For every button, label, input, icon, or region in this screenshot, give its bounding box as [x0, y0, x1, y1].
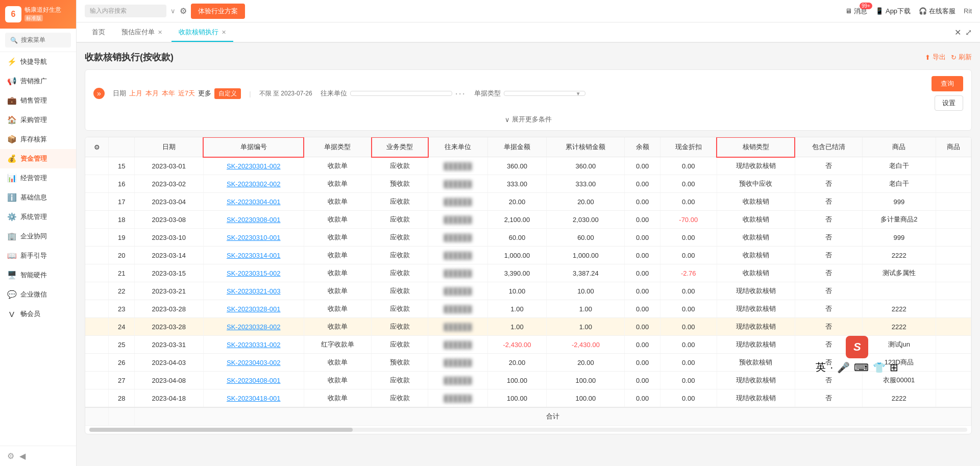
voucher-no-cell[interactable]: SK-20230403-002 [203, 354, 304, 372]
refresh-icon: ↻ [951, 54, 957, 61]
tab-collection[interactable]: 收款核销执行 ✕ [172, 23, 233, 42]
voucher-no-cell[interactable]: SK-20230331-002 [203, 336, 304, 354]
voucher-no-cell[interactable]: SK-20230321-003 [203, 282, 304, 300]
sidebar-item-basic[interactable]: ℹ️ 基础信息 [0, 188, 76, 207]
table-cell: 60.00 [487, 229, 547, 247]
table-cell: 10.00 [487, 282, 547, 300]
chinese-icon[interactable]: 英 [816, 360, 826, 374]
solution-button[interactable]: 体验行业方案 [191, 4, 245, 19]
mic-icon[interactable]: 🎤 [837, 361, 850, 374]
date-option-more[interactable]: 更多 [198, 89, 211, 98]
table-cell: 0.00 [625, 282, 660, 300]
tab-home[interactable]: 首页 [85, 23, 112, 42]
table-cell: 100.00 [547, 372, 625, 389]
partner-input[interactable] [350, 91, 452, 96]
table-cell: ██████ [428, 264, 487, 282]
voucher-no-cell[interactable]: SK-20230308-001 [203, 211, 304, 229]
export-button[interactable]: ⬆ 导出 [925, 53, 946, 62]
query-button[interactable]: 查询 [932, 76, 963, 91]
sidebar-item-marketing[interactable]: 📢 营销推广 [0, 71, 76, 91]
table-cell [936, 247, 971, 264]
sidebar-item-operations[interactable]: 📊 经营管理 [0, 168, 76, 188]
close-all-icon[interactable]: ✕ [954, 28, 961, 37]
app-download-button[interactable]: 📱 App下载 [875, 7, 911, 16]
table-cell: 0.00 [660, 229, 717, 247]
inventory-icon: 📦 [7, 135, 16, 144]
table-cell: 100.00 [487, 372, 547, 389]
table-cell: -2,430.00 [547, 336, 625, 354]
expand-icon[interactable]: ⤢ [965, 28, 972, 37]
voucher-no-cell[interactable]: SK-20230314-001 [203, 247, 304, 264]
table-row: 282023-04-18SK-20230418-001收款单应收款██████1… [85, 389, 971, 408]
total-label: 合计 [135, 407, 971, 426]
message-button[interactable]: 🖥 消息 99+ [845, 7, 867, 16]
filter-date-field: 日期 上月 本月 本年 近7天 更多 自定义 [113, 88, 241, 99]
column-settings-icon[interactable]: ⚙ [94, 143, 100, 151]
filter-toggle-button[interactable]: » [93, 88, 105, 99]
voucher-no-cell[interactable]: SK-20230408-001 [203, 372, 304, 389]
sidebar-item-guide[interactable]: 📖 新手引导 [0, 246, 76, 265]
select-arrow-icon: ▼ [576, 91, 581, 96]
refresh-button[interactable]: ↻ 刷新 [951, 53, 972, 62]
sidebar-item-sales[interactable]: 💼 销售管理 [0, 91, 76, 110]
table-cell [85, 229, 109, 247]
voucher-no-cell[interactable]: SK-20230310-001 [203, 229, 304, 247]
tab-close-collection[interactable]: ✕ [222, 29, 226, 36]
export-icon: ⬆ [925, 54, 930, 61]
date-custom-button[interactable]: 自定义 [214, 88, 241, 99]
table-scrollbar-thumb[interactable] [89, 428, 353, 432]
table-cell: 收款单 [304, 229, 371, 247]
sidebar-item-purchase[interactable]: 🏠 采购管理 [0, 110, 76, 130]
voucher-no-cell[interactable]: SK-20230302-002 [203, 175, 304, 193]
tab-close-prepay[interactable]: ✕ [158, 29, 162, 36]
table-cell [936, 354, 971, 372]
col-gear-header[interactable]: ⚙ [85, 137, 109, 157]
tab-prepay[interactable]: 预估应付单 ✕ [114, 23, 169, 42]
footer-collapse-icon[interactable]: ◀ [19, 451, 26, 461]
date-option-prev-month[interactable]: 上月 [129, 89, 142, 98]
voucher-no-cell[interactable]: SK-20230304-001 [203, 193, 304, 211]
online-service-button[interactable]: 🎧 在线客服 [919, 7, 955, 16]
shirt-icon[interactable]: 👕 [873, 361, 886, 374]
sidebar-item-wechat[interactable]: 💬 企业微信 [0, 285, 76, 304]
date-option-cur-year[interactable]: 本年 [162, 89, 175, 98]
table-cell: 2023-03-04 [135, 193, 203, 211]
voucher-no-cell[interactable]: SK-20230315-002 [203, 264, 304, 282]
finance-icon: 💰 [7, 154, 16, 163]
marketing-icon: 📢 [7, 77, 16, 86]
sidebar-item-enterprise[interactable]: 🏢 企业协同 [0, 227, 76, 246]
search-menu-button[interactable]: 🔍 搜索菜单 [5, 33, 71, 47]
voucher-type-select[interactable]: ▼ [504, 91, 585, 96]
voucher-no-cell[interactable]: SK-20230328-001 [203, 300, 304, 318]
date-option-7days[interactable]: 近7天 [178, 89, 195, 98]
sidebar-item-quick[interactable]: ⚡ 快捷导航 [0, 52, 76, 71]
keyboard-icon[interactable]: ⌨ [854, 361, 869, 374]
table-row: 172023-03-04SK-20230304-001收款单应收款██████2… [85, 193, 971, 211]
voucher-no-cell[interactable]: SK-20230301-002 [203, 157, 304, 175]
biz-type-cell: 应收款 [372, 247, 428, 264]
voucher-no-cell[interactable]: SK-20230418-001 [203, 389, 304, 408]
table-scrollbar[interactable] [89, 428, 967, 432]
verify-type-cell: 现结收款核销 [717, 336, 795, 354]
table-cell: 0.00 [625, 264, 660, 282]
gear-icon[interactable]: ⚙ [180, 6, 187, 16]
sidebar-item-system[interactable]: ⚙️ 系统管理 [0, 207, 76, 227]
table-cell [85, 336, 109, 354]
search-input[interactable]: 输入内容搜索 [85, 5, 166, 17]
filter-expand-button[interactable]: ∨ 展开更多条件 [505, 115, 552, 124]
table-cell: 1.00 [547, 300, 625, 318]
sidebar-item-inventory[interactable]: 📦 库存核算 [0, 130, 76, 149]
voucher-no-cell[interactable]: SK-20230328-002 [203, 318, 304, 336]
sidebar: 6 畅康道好生意 标准版 🔍 搜索菜单 ⚡ 快捷导航 📢 营销推广 💼 销售管理… [0, 0, 77, 466]
table-cell: 2023-03-28 [135, 300, 203, 318]
grid-icon[interactable]: ⊞ [890, 361, 898, 374]
table-row: 242023-03-28SK-20230328-002收款单应收款██████1… [85, 318, 971, 336]
date-option-cur-month[interactable]: 本月 [145, 89, 159, 98]
sidebar-item-finance[interactable]: 💰 资金管理 [0, 149, 76, 168]
footer-settings-icon[interactable]: ⚙ [7, 451, 14, 461]
table-cell: ██████ [428, 247, 487, 264]
sidebar-item-member[interactable]: V 畅会员 [0, 304, 76, 324]
filter-settings-button[interactable]: 设置 [935, 95, 963, 111]
sidebar-item-hardware[interactable]: 🖥️ 智能硬件 [0, 265, 76, 285]
table-cell: 999 [862, 229, 936, 247]
